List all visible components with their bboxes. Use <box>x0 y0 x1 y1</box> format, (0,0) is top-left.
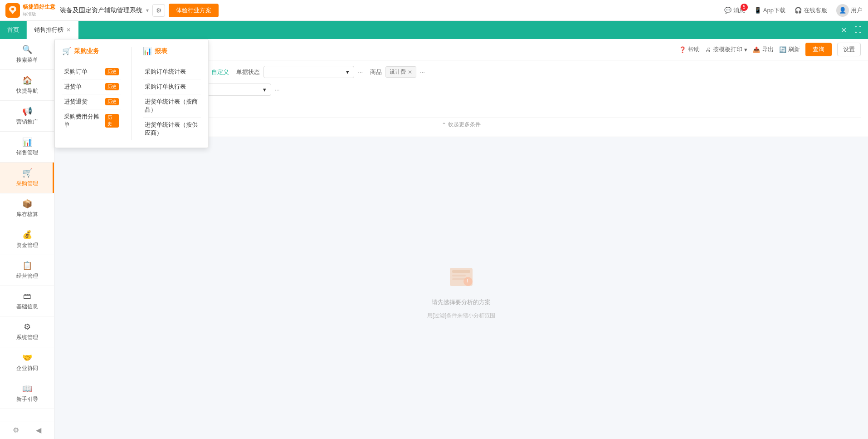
tab-right-controls: ✕ ⛶ <box>837 24 868 36</box>
help-label: 帮助 <box>688 45 700 54</box>
tab-sales-rank-label: 销售排行榜 <box>34 26 63 34</box>
basic-icon: 🗃 <box>23 291 31 301</box>
status-dots[interactable]: ··· <box>358 69 363 75</box>
inbound-stats-supplier-label: 进货单统计表（按供应商） <box>145 121 200 137</box>
empty-area: ! 请先选择要分析的方案 用[过滤]条件来缩小分析范围 <box>54 137 868 439</box>
purchase-expense-history-badge: 历史 <box>105 114 119 128</box>
search-icon: 🔍 <box>22 44 32 54</box>
refresh-label: 刷新 <box>788 45 800 54</box>
po-stats-label: 采购订单统计表 <box>145 68 186 76</box>
dropdown-item-po-exec[interactable]: 采购订单执行表 <box>143 79 201 94</box>
export-icon: 📤 <box>753 46 760 53</box>
dropdown-item-purchase-order[interactable]: 采购订单 历史 <box>62 64 121 79</box>
goods-label: 商品 <box>370 68 382 76</box>
dropdown-item-inbound-stats-goods[interactable]: 进货单统计表（按商品） <box>143 94 201 118</box>
salesman-dots[interactable]: ··· <box>275 86 280 93</box>
notification-badge: 5 <box>741 4 748 11</box>
app-download-label: App下载 <box>763 6 785 15</box>
tab-close-icon[interactable]: ✕ <box>66 27 71 33</box>
status-select[interactable]: ▾ <box>263 66 354 78</box>
sidebar-finance-label: 资金管理 <box>16 242 38 249</box>
sidebar-marketing-label: 营销推广 <box>16 118 38 126</box>
goods-tag-value: 设计费 <box>390 68 406 76</box>
sidebar-basic-label: 基础信息 <box>16 303 38 311</box>
sales-icon: 📊 <box>22 137 32 147</box>
menu-divider <box>132 47 132 140</box>
svg-rect-2 <box>452 270 470 273</box>
sidebar-item-marketing[interactable]: 📢 营销推广 <box>0 101 54 132</box>
query-button[interactable]: 查询 <box>805 43 832 56</box>
goods-tag-remove[interactable]: ✕ <box>408 69 412 75</box>
logo-icon <box>5 3 20 18</box>
tab-sales-rank[interactable]: 销售排行榜 ✕ <box>27 21 78 39</box>
dropdown-item-inbound-return[interactable]: 进货退货 历史 <box>62 94 121 109</box>
help-icon: ❓ <box>679 46 686 53</box>
collab-icon: 🤝 <box>22 353 32 363</box>
goods-dots[interactable]: ··· <box>420 69 425 75</box>
sidebar-item-sales[interactable]: 📊 销售管理 <box>0 132 54 163</box>
sidebar-item-ops[interactable]: 📋 经营管理 <box>0 255 54 286</box>
tab-close-button[interactable]: ✕ <box>837 24 850 36</box>
system-title-dropdown-arrow[interactable]: ▾ <box>146 7 149 14</box>
sidebar-item-basic[interactable]: 🗃 基础信息 <box>0 286 54 316</box>
tab-bar: 首页 销售排行榜 ✕ ✕ ⛶ <box>0 21 868 39</box>
dropdown-item-inbound-stats-supplier[interactable]: 进货单统计表（按供应商） <box>143 118 201 140</box>
status-label: 单据状态 <box>236 68 260 76</box>
sidebar-item-search[interactable]: 🔍 搜索菜单 <box>0 39 54 70</box>
user-item[interactable]: 👤 用户 <box>836 4 863 17</box>
sidebar-item-purchase[interactable]: 🛒 采购管理 <box>0 163 54 193</box>
sidebar-item-inventory[interactable]: 📦 库存核算 <box>0 193 54 224</box>
main-layout: 🔍 搜索菜单 🏠 快捷导航 📢 营销推广 📊 销售管理 🛒 采购管理 📦 库存核… <box>0 39 868 439</box>
tab-home[interactable]: 首页 <box>0 21 27 39</box>
finance-icon: 💰 <box>22 230 32 240</box>
message-icon: 💬 <box>724 7 731 14</box>
dropdown-item-inbound[interactable]: 进货单 历史 <box>62 79 121 94</box>
sidebar-system-label: 系统管理 <box>16 334 38 341</box>
sidebar-item-finance[interactable]: 💰 资金管理 <box>0 224 54 255</box>
empty-illustration: ! <box>443 256 479 293</box>
headset-icon: 🎧 <box>795 7 802 14</box>
purchase-report-title: 报表 <box>155 47 167 55</box>
purchase-dropdown-menu: 🛒 采购业务 采购订单 历史 进货单 历史 进货退货 历史 采购费用分摊单 <box>54 39 209 148</box>
sidebar-item-quick-nav[interactable]: 🏠 快捷导航 <box>0 70 54 101</box>
sidebar-item-system[interactable]: ⚙ 系统管理 <box>0 316 54 347</box>
sidebar-settings-button[interactable]: ⚙ <box>13 426 19 434</box>
print-icon: 🖨 <box>705 46 711 53</box>
sidebar-guide-label: 新手引导 <box>16 395 38 403</box>
sidebar-item-guide[interactable]: 📖 新手引导 <box>0 378 54 409</box>
settings-button[interactable]: 设置 <box>837 43 861 56</box>
purchase-expense-label: 采购费用分摊单 <box>64 113 105 129</box>
purchase-icon: 🛒 <box>22 168 32 178</box>
dropdown-columns: 🛒 采购业务 采购订单 历史 进货单 历史 进货退货 历史 采购费用分摊单 <box>62 47 201 140</box>
sidebar-collapse-button[interactable]: ◀ <box>36 426 41 434</box>
online-service-item[interactable]: 🎧 在线客服 <box>795 6 827 15</box>
guide-icon: 📖 <box>22 384 32 394</box>
svg-rect-3 <box>452 275 466 276</box>
home-icon: 🏠 <box>22 75 32 85</box>
sidebar-search-label: 搜索菜单 <box>16 56 38 64</box>
purchase-order-history-badge: 历史 <box>105 68 119 75</box>
notification-item[interactable]: 💬 消息 5 <box>724 6 745 15</box>
export-button[interactable]: 📤 导出 <box>753 45 774 54</box>
refresh-button[interactable]: 🔄 刷新 <box>779 45 800 54</box>
active-indicator <box>53 163 54 193</box>
purchase-business-col: 🛒 采购业务 采购订单 历史 进货单 历史 进货退货 历史 采购费用分摊单 <box>62 47 121 140</box>
gear-button[interactable]: ⚙ <box>152 4 165 17</box>
goods-tag[interactable]: 设计费 ✕ <box>385 66 416 78</box>
empty-hint-2: 用[过滤]条件来缩小分析范围 <box>427 312 496 320</box>
dropdown-item-purchase-expense[interactable]: 采购费用分摊单 历史 <box>62 109 121 132</box>
app-download-item[interactable]: 📱 App下载 <box>754 6 785 15</box>
goods-filter: 商品 设计费 ✕ ··· <box>370 66 425 78</box>
print-button[interactable]: 🖨 按模板打印 ▾ <box>705 45 747 54</box>
sidebar-item-collab[interactable]: 🤝 企业协同 <box>0 347 54 378</box>
help-button[interactable]: ❓ 帮助 <box>679 45 700 54</box>
industry-solution-button[interactable]: 体验行业方案 <box>169 4 219 17</box>
inbound-label: 进货单 <box>64 83 82 91</box>
tab-expand-button[interactable]: ⛶ <box>852 24 864 36</box>
salesman-select[interactable]: ▾ <box>199 84 271 96</box>
user-label: 用户 <box>851 6 863 15</box>
inventory-icon: 📦 <box>22 199 32 209</box>
dropdown-item-po-stats[interactable]: 采购订单统计表 <box>143 64 201 79</box>
date-quick-custom[interactable]: 自定义 <box>211 68 229 76</box>
inbound-return-history-badge: 历史 <box>105 98 119 105</box>
